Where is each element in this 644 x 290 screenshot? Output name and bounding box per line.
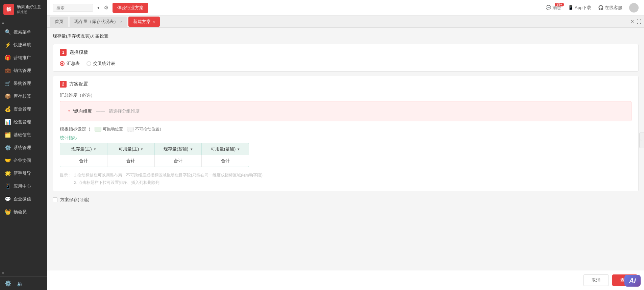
sidebar-item-sales[interactable]: 💼 销售管理 [0,64,47,77]
tab-home[interactable]: 首页 [50,17,68,27]
sidebar-item-finance[interactable]: 💰 资金管理 [0,103,47,116]
tab-inventory-close[interactable]: × [120,20,122,24]
scroll-down-arrow[interactable]: ▼ [0,270,47,276]
stats-table: 现存量(主) ▾ 可用量(主) ▾ 现存量(基辅) ▾ 可用量(基辅) [60,143,249,167]
sidebar-item-label: 新手引导 [14,170,31,176]
sidebar-nav: 🔍 搜索菜单 ⚡ 快捷导航 🎁 营销推广 💼 销售管理 🛒 采购管理 📦 库存核… [0,26,47,270]
message-button[interactable]: 💬 消息 99+ [546,5,561,11]
search-menu-icon: 🔍 [5,29,11,35]
stats-cell-3: 合计 [202,155,249,167]
sidebar-item-purchase[interactable]: 🛒 采购管理 [0,77,47,90]
sidebar-item-label: 基础信息 [14,132,31,138]
step1-title: 选择模板 [69,49,88,55]
radio-crosstab-circle [86,61,91,66]
phone-icon: 📱 [568,5,573,10]
footer-bar: 取消 查询 [47,270,644,290]
sidebar-logo: 畅 畅康通好生意 标准版 [0,0,47,19]
sidebar-item-system[interactable]: ⚙️ 系统管理 [0,141,47,154]
quick-nav-icon: ⚡ [5,42,11,48]
sidebar-item-search-menu[interactable]: 🔍 搜索菜单 [0,26,47,39]
sidebar-item-label: 搜索菜单 [14,29,31,35]
panel-expand-icon[interactable]: ⛶ [637,19,641,24]
stats-col-1[interactable]: 可用量(主) ▾ [107,143,155,155]
app-edition: 标准版 [17,10,41,15]
tab-inventory-status[interactable]: 现存量（库存状况表） × [70,17,127,27]
sidebar-bottom: ⚙️ 🔈 [0,276,47,290]
sidebar-item-newbie[interactable]: 🌟 新手引导 [0,167,47,180]
right-expand-handle[interactable]: › [639,132,644,148]
sidebar-item-label: 应用中心 [14,183,31,189]
topbar-right: 💬 消息 99+ 📱 App下载 🎧 在线客服 [546,3,639,13]
wechat-icon: 💬 [5,196,11,202]
tips-section: 提示： 1.拖动标题栏可以调整布局，不可跨维度或指标区域拖动栏目字段(只能在同一… [60,172,631,186]
speaker-bottom-icon[interactable]: 🔈 [17,280,24,287]
content-area: 现存量(库存状况表)方案设置 1 选择模板 汇总表 交叉统计表 [47,28,644,290]
sidebar-item-base-info[interactable]: 🗂️ 基础信息 [0,128,47,141]
industry-btn[interactable]: 体验行业方案 [113,3,148,13]
sidebar-item-member[interactable]: 👑 畅会员 [0,206,47,218]
tab-new-scheme-label: 新建方案 [133,19,151,25]
newbie-icon: 🌟 [5,170,11,176]
tab-inventory-label: 现存量（库存状况表） [74,19,118,25]
col-2-arrow: ▾ [191,147,193,151]
app-download-button[interactable]: 📱 App下载 [568,5,591,11]
sidebar-item-label: 采购管理 [14,80,31,87]
sidebar-item-label: 资金管理 [14,106,31,112]
sidebar-item-wechat[interactable]: 💬 企业微信 [0,193,47,206]
sidebar-item-label: 企业协同 [14,158,31,164]
sidebar-item-operations[interactable]: 📊 经营管理 [0,116,47,128]
stats-col-3-label: 可用量(基辅) [211,146,236,152]
step1-section: 1 选择模板 汇总表 交叉统计表 [53,44,638,71]
step2-header: 2 方案配置 [60,81,631,88]
stats-col-1-label: 可用量(主) [119,146,139,152]
search-input[interactable] [53,4,93,12]
drag-icon-box [95,127,101,131]
gear-icon[interactable]: ⚙ [104,4,108,11]
vertical-dim-label: *纵向维度 [73,108,92,114]
cancel-button[interactable]: 取消 [583,274,609,286]
col-0-arrow: ▾ [94,147,96,151]
stats-col-0[interactable]: 现存量(主) ▾ [60,143,107,155]
sidebar-item-marketing[interactable]: 🎁 营销推广 [0,51,47,64]
tab-new-scheme[interactable]: 新建方案 × [128,17,159,27]
stats-col-3[interactable]: 可用量(基辅) ▾ [202,143,249,155]
inventory-icon: 📦 [5,93,11,99]
required-star: * [68,109,70,114]
radio-summary[interactable]: 汇总表 [60,61,80,67]
save-option-label: 方案保存(可选) [60,197,90,203]
col-1-arrow: ▾ [141,147,143,151]
service-button[interactable]: 🎧 在线客服 [598,5,622,11]
sidebar-item-label: 畅会员 [14,209,27,215]
draggable-badge: 可拖动位置 [95,126,123,132]
save-option: 方案保存(可选) [53,197,639,203]
logo-icon: 畅 [3,4,14,15]
topbar: ▾ ⚙ 体验行业方案 💬 消息 99+ 📱 App下载 🎧 在线客服 [47,0,644,16]
sidebar-item-label: 企业微信 [14,196,31,202]
tabs-bar: 首页 现存量（库存状况表） × 新建方案 × × ⛶ [47,16,644,28]
sidebar-item-app-center[interactable]: 📱 应用中心 [0,180,47,193]
step1-number: 1 [60,49,67,56]
message-icon: 💬 [546,5,551,10]
panel-close-icon[interactable]: × [631,19,634,25]
radio-crosstab[interactable]: 交叉统计表 [86,61,115,67]
scroll-up-arrow[interactable]: ▲ [0,19,47,26]
settings-bottom-icon[interactable]: ⚙️ [5,280,11,287]
sidebar-item-corp[interactable]: 🤝 企业协同 [0,154,47,167]
member-icon: 👑 [5,209,11,215]
tab-new-scheme-close[interactable]: × [153,20,155,24]
sidebar-item-inventory[interactable]: 📦 库存核算 [0,90,47,103]
ai-badge[interactable]: Ai [624,275,641,287]
page-title: 现存量(库存状况表)方案设置 [53,33,639,39]
stats-col-2[interactable]: 现存量(基辅) ▾ [155,143,202,155]
sidebar-item-quick-nav[interactable]: ⚡ 快捷导航 [0,39,47,51]
save-checkbox[interactable] [53,197,57,202]
user-avatar[interactable] [629,3,639,13]
sidebar-item-label: 营销推广 [14,55,31,61]
base-info-icon: 🗂️ [5,132,11,138]
corp-icon: 🤝 [5,158,11,164]
stats-cell-1: 合计 [107,155,155,167]
dim-placeholder[interactable]: 请选择分组维度 [109,108,140,114]
sidebar: 畅 畅康通好生意 标准版 ▲ 🔍 搜索菜单 ⚡ 快捷导航 🎁 营销推广 💼 销售… [0,0,47,290]
message-badge: 99+ [555,3,564,6]
dropdown-button[interactable]: ▾ [97,5,100,10]
